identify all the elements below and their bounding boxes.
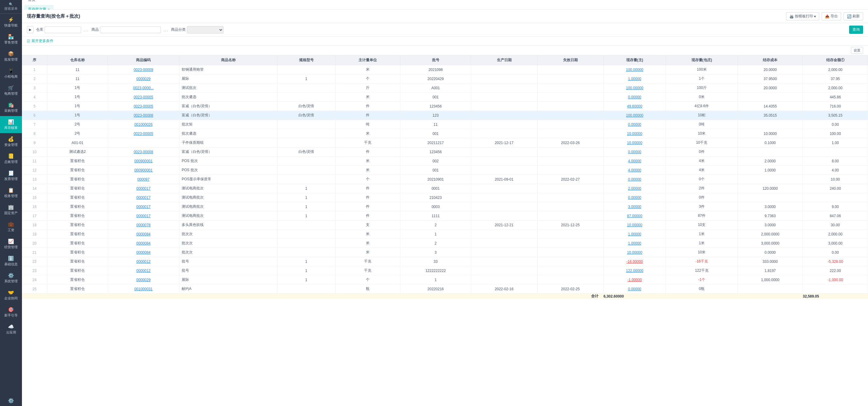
cell-code[interactable]: 0023-00005	[107, 129, 179, 138]
invoice-icon: 🧾	[8, 170, 14, 176]
table-row: 2110000029展际1个202204291.000001个37.950037…	[22, 74, 868, 83]
cell-code[interactable]: 0023-00008	[107, 111, 179, 120]
cell-code[interactable]	[107, 138, 179, 147]
cell-code[interactable]: 000900001	[107, 157, 179, 166]
cell-code[interactable]: 0000012	[107, 266, 179, 275]
cell-code[interactable]: 0000017	[107, 202, 179, 211]
cell-qty_main[interactable]: 1.00000	[603, 230, 665, 239]
table-row: 21置省积仓0000084批次次米310.0000010米0.00000.00	[22, 248, 868, 257]
refresh-button[interactable]: 🔄 刷新	[844, 12, 863, 21]
sidebar-item-wholesale[interactable]: 📦批发管理	[0, 48, 22, 65]
sidebar-item-purchase[interactable]: 🛍️采购管理	[0, 99, 22, 116]
cell-code[interactable]: 0023-00005	[107, 102, 179, 111]
cell-code[interactable]: 0023-00009	[107, 65, 179, 74]
cell-qty_main[interactable]: 3.00000	[603, 202, 665, 211]
cell-qty_main[interactable]: 100.00000	[603, 65, 665, 74]
cell-code[interactable]: 001000031	[107, 284, 179, 294]
cell-qty_main[interactable]: 100.00000	[603, 111, 665, 120]
export-button[interactable]: 📤 导出	[822, 12, 841, 21]
cell-qty_main[interactable]: 0.00000	[603, 175, 665, 184]
warehouse-input[interactable]	[44, 27, 81, 33]
cell-code[interactable]: 0000029	[107, 74, 179, 83]
cell-unit: 斤	[335, 83, 400, 93]
sidebar-item-mgmt[interactable]: 📈经营管理	[0, 235, 22, 252]
cell-qty_main[interactable]: 10.00000	[603, 248, 665, 257]
total-label: 合计	[22, 294, 603, 299]
cell-qty_stock: 10柜	[666, 111, 738, 120]
table-row: 22置省积仓0000012批号1千克33-16.00000-16千克333.00…	[22, 257, 868, 266]
sidebar-item-hr[interactable]: 💼工资	[0, 218, 22, 235]
cell-qty_main[interactable]: 10.00000	[603, 138, 665, 147]
sidebar-item-cloud[interactable]: ☁️云应用	[0, 321, 22, 338]
cell-code[interactable]: 0000017	[107, 211, 179, 221]
cell-qty_main[interactable]: 1.00000	[603, 74, 665, 83]
cell-unit: 个	[335, 275, 400, 284]
cell-num: 10	[22, 147, 47, 157]
sidebar-item-quick-nav[interactable]: ⚡快捷导航	[0, 14, 22, 31]
cell-code[interactable]: 0000084	[107, 248, 179, 257]
table-row: 12置省积仓000900001POS 批次米0014.000004米1.0000…	[22, 166, 868, 175]
cell-code[interactable]: 0023-00008	[107, 147, 179, 157]
sidebar-item-inventory[interactable]: 📊库存核算	[0, 116, 22, 133]
sidebar-item-sys[interactable]: ⚙️系统管理	[0, 270, 22, 286]
cell-code[interactable]: 001000026	[107, 120, 179, 129]
sidebar-settings[interactable]: ⚙️	[0, 395, 22, 406]
warehouse-filter: 仓库	[36, 27, 81, 33]
sidebar-item-finance[interactable]: 💰资金管理	[0, 133, 22, 150]
sidebar-item-mini-ecom[interactable]: 📱小程电商	[0, 65, 22, 82]
cell-total_cost: -5,328.00	[803, 257, 868, 266]
expand-conditions-button[interactable]: ☑ 展开更多条件	[27, 38, 53, 43]
sidebar-item-general[interactable]: 📒总账管理	[0, 150, 22, 167]
cell-warehouse: A01-01	[47, 138, 108, 147]
cell-warehouse: 置省积仓	[47, 166, 108, 175]
table-row: 51号0023-00005富减（白色/灵情）白色/灵情件12345649.600…	[22, 102, 868, 111]
cell-qty_main[interactable]: -1.00000	[603, 275, 665, 284]
cell-total_cost: 9.00	[803, 202, 868, 211]
cell-code[interactable]: 0023-00005	[107, 93, 179, 102]
sidebar-item-collab[interactable]: 🤝企业协同	[0, 286, 22, 304]
cell-code[interactable]: 0000017	[107, 184, 179, 193]
sidebar-item-basic[interactable]: ℹ️基础信息	[0, 252, 22, 270]
sidebar-item-fixed[interactable]: 🏢固定资产	[0, 201, 22, 218]
cell-qty_main[interactable]: 0.00000	[603, 193, 665, 202]
sidebar-item-newbie[interactable]: 🎯新手引导	[0, 304, 22, 321]
cell-code[interactable]: 000097	[107, 175, 179, 184]
query-button[interactable]: 查询	[849, 26, 863, 34]
category-select[interactable]	[187, 26, 223, 34]
cell-qty_main[interactable]: 87.00000	[603, 211, 665, 221]
cell-qty_main[interactable]: 0.00000	[603, 93, 665, 102]
cell-exp_date	[537, 129, 603, 138]
cell-code[interactable]: 0000084	[107, 230, 179, 239]
cell-code[interactable]: 0000078	[107, 221, 179, 230]
cell-qty_main[interactable]: -16.00000	[603, 257, 665, 266]
sidebar-item-retail[interactable]: 🏪零售管理	[0, 31, 22, 48]
sidebar-item-ecom[interactable]: 🛒电商管理	[0, 82, 22, 99]
cell-qty_main[interactable]: 10.00000	[603, 221, 665, 230]
cell-code[interactable]: 0000012	[107, 257, 179, 266]
cell-qty_main[interactable]: 122.00000	[603, 266, 665, 275]
product-input[interactable]	[100, 27, 161, 33]
cell-qty_main[interactable]: 0.00000	[603, 284, 665, 294]
cell-qty_main[interactable]: 4.00000	[603, 166, 665, 175]
cell-code[interactable]: 0000017	[107, 193, 179, 202]
cell-code[interactable]: 000900001	[107, 166, 179, 175]
cell-qty_main[interactable]: 1.00000	[603, 239, 665, 248]
sidebar-item-invoice[interactable]: 🧾发票管理	[0, 167, 22, 184]
cell-qty_main[interactable]: 100.00000	[603, 83, 665, 93]
cell-qty_main[interactable]: 49.60000	[603, 102, 665, 111]
settings-button[interactable]: 设置	[851, 47, 863, 54]
cell-code[interactable]: 0023-0000...	[107, 83, 179, 93]
cell-code[interactable]: 0000084	[107, 239, 179, 248]
cell-qty_main[interactable]: 2.00000	[603, 184, 665, 193]
sidebar-search-menu[interactable]: 🔍 搜索菜单	[0, 0, 22, 14]
cell-qty_main[interactable]: 10.00000	[603, 129, 665, 138]
tab-home[interactable]: 首页	[24, 0, 54, 5]
cell-code[interactable]: 0000029	[107, 275, 179, 284]
cell-qty_main[interactable]: 4.00000	[603, 157, 665, 166]
batch-print-button[interactable]: 🖨️ 按模板打印 ▾	[786, 12, 819, 21]
cell-qty_main[interactable]: 0.00000	[603, 120, 665, 129]
cell-qty_main[interactable]: 0.00000	[603, 147, 665, 157]
sidebar-item-tax[interactable]: 📋税务管理	[0, 184, 22, 201]
cell-exp_date: 2021-12-25	[537, 221, 603, 230]
filter-expand-button[interactable]: ▶	[27, 26, 34, 33]
